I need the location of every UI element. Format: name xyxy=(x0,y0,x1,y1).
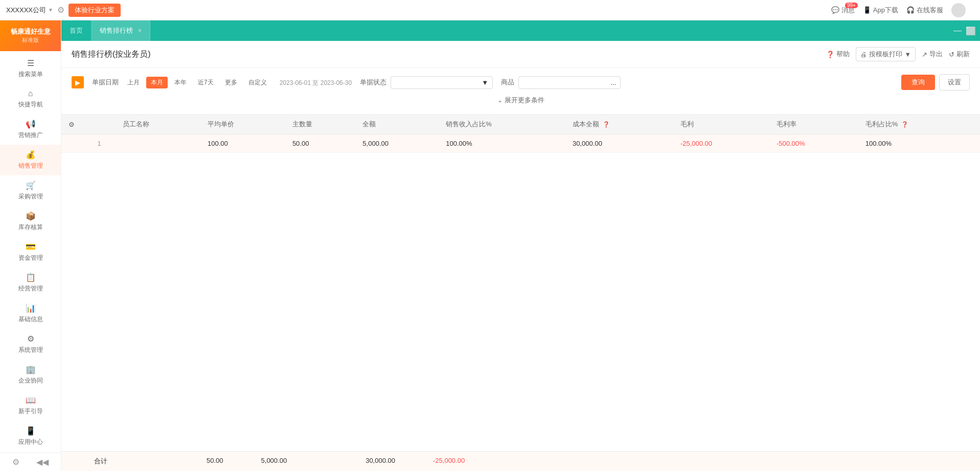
tab-close-icon[interactable]: × xyxy=(138,27,142,34)
filter-status: 单据状态 ▼ xyxy=(360,76,493,89)
settings-btn[interactable]: 设置 xyxy=(939,74,970,91)
table-footer: 合计 50.00 5,000.00 30,000.00 -25,000.00 xyxy=(61,451,980,471)
template-print-btn[interactable]: 🖨 按模板打印 ▼ xyxy=(856,47,916,61)
print-icon: 🖨 xyxy=(860,51,867,58)
enterprise-icon: 🏢 xyxy=(26,365,36,374)
status-chevron-icon: ▼ xyxy=(482,79,488,86)
company-selector[interactable]: XXXXXX公司 ▼ xyxy=(6,6,53,15)
col-quantity: 主数量 xyxy=(286,115,356,134)
sidebar-item-marketing[interactable]: 📢 营销推广 xyxy=(0,114,61,145)
tab-home-label: 首页 xyxy=(70,26,83,35)
filter-area: ▶ 单据日期 上月 本月 本年 近7天 更多 自定义 xyxy=(61,68,980,115)
cell-quantity: 50.00 xyxy=(286,134,356,153)
date-tab-custom[interactable]: 自定义 xyxy=(244,77,271,88)
page-content: 销售排行榜(按业务员) ❓ 帮助 🖨 按模板打印 ▼ ↗ 导出 xyxy=(61,41,980,471)
sidebar-menu: ☰ 搜索菜单 ⌂ 快捷导航 📢 营销推广 💰 销售管理 🛒 采购管理 📦 库 xyxy=(0,51,61,453)
col-cost: 成本全额 ❓ xyxy=(566,115,674,134)
date-range-text: 2023-06-01 至 2023-06-30 xyxy=(280,79,352,87)
sidebar-item-apps[interactable]: 📱 应用中心 xyxy=(0,421,61,452)
tab-minimize-icon[interactable]: — xyxy=(953,26,962,35)
col-rank xyxy=(82,115,117,134)
message-btn[interactable]: 💬 消息 99+ xyxy=(831,6,855,15)
refresh-icon: ↺ xyxy=(949,51,954,58)
status-select[interactable]: ▼ xyxy=(391,76,493,89)
tab-actions: — ⬜ xyxy=(953,26,980,36)
col-employee: 员工名称 xyxy=(117,115,201,134)
home-icon: ⌂ xyxy=(28,89,33,98)
col-amount: 全额 xyxy=(356,115,440,134)
app-download-btn[interactable]: 📱 App下载 xyxy=(863,6,898,15)
date-tab-this-year[interactable]: 本年 xyxy=(170,77,191,88)
avatar[interactable] xyxy=(951,3,966,17)
date-tab-prev-month[interactable]: 上月 xyxy=(123,77,144,88)
chevron-down-icon: ▼ xyxy=(48,7,53,13)
sidebar-item-marketing-label: 营销推广 xyxy=(18,131,43,140)
arrow-right-icon: ▶ xyxy=(75,79,80,86)
message-icon: 💬 xyxy=(831,6,839,14)
filter-toggle-btn[interactable]: ▶ xyxy=(72,76,84,88)
sidebar-settings-icon[interactable]: ⚙ xyxy=(12,457,19,467)
sidebar-item-search-order[interactable]: ☰ 搜索菜单 xyxy=(0,53,61,84)
col-settings[interactable]: ⚙ xyxy=(61,115,82,134)
table-settings-icon[interactable]: ⚙ xyxy=(69,121,75,128)
sidebar-item-purchase-label: 采购管理 xyxy=(18,192,43,201)
expand-more-row[interactable]: ⌄ 展开更多条件 xyxy=(72,93,970,108)
apps-icon: 📱 xyxy=(26,426,36,436)
sidebar-item-purchase[interactable]: 🛒 采购管理 xyxy=(0,175,61,206)
sidebar-item-basic-info[interactable]: 📊 基础信息 xyxy=(0,298,61,329)
sidebar-item-inventory[interactable]: 📦 库存核算 xyxy=(0,206,61,237)
expand-more-label: 展开更多条件 xyxy=(505,96,544,105)
sidebar-item-guide[interactable]: 📖 新手引导 xyxy=(0,390,61,421)
page-title: 销售排行榜(按业务员) xyxy=(72,49,151,60)
table-header-row: ⚙ 员工名称 平均单价 主数量 全额 销售收入占比% 成本全额 ❓ xyxy=(61,115,980,134)
footer-quantity: 50.00 xyxy=(200,457,230,466)
help-icon: ❓ xyxy=(826,51,834,58)
profit-pct-help-icon[interactable]: ❓ xyxy=(901,121,908,127)
top-right-actions: 💬 消息 99+ 📱 App下载 🎧 在线客服 xyxy=(831,3,974,17)
sidebar-item-enterprise-label: 企业协同 xyxy=(18,376,43,385)
refresh-btn[interactable]: ↺ 刷新 xyxy=(949,50,970,59)
purchase-icon: 🛒 xyxy=(26,181,36,190)
settings-icon[interactable]: ⚙ xyxy=(57,5,64,15)
sidebar-item-operations[interactable]: 📋 经营管理 xyxy=(0,267,61,298)
date-tab-more[interactable]: 更多 xyxy=(220,77,242,88)
trial-btn[interactable]: 体验行业方案 xyxy=(69,4,121,17)
cell-settings xyxy=(61,134,82,153)
date-tab-this-month[interactable]: 本月 xyxy=(146,77,168,88)
message-badge: 99+ xyxy=(845,3,858,8)
col-profit-pct: 毛利占比% ❓ xyxy=(859,115,980,134)
sidebar-item-enterprise[interactable]: 🏢 企业协同 xyxy=(0,360,61,390)
main-layout: 畅康通好生意 标准版 ☰ 搜索菜单 ⌂ 快捷导航 📢 营销推广 💰 销售管理 🛒 xyxy=(0,20,980,471)
basic-info-icon: 📊 xyxy=(26,303,36,313)
date-label: 单据日期 xyxy=(92,78,119,87)
query-actions: 查询 设置 xyxy=(901,74,970,91)
sidebar: 畅康通好生意 标准版 ☰ 搜索菜单 ⌂ 快捷导航 📢 营销推广 💰 销售管理 🛒 xyxy=(0,20,61,471)
date-tabs: 上月 本月 本年 近7天 更多 自定义 xyxy=(123,77,271,88)
date-tab-7days[interactable]: 近7天 xyxy=(193,77,218,88)
help-btn[interactable]: ❓ 帮助 xyxy=(826,50,850,59)
export-btn[interactable]: ↗ 导出 xyxy=(922,50,943,59)
inventory-icon: 📦 xyxy=(26,211,36,221)
goods-select[interactable]: ... xyxy=(518,76,621,89)
tab-maximize-icon[interactable]: ⬜ xyxy=(966,26,976,36)
logo-area: 畅康通好生意 标准版 xyxy=(0,20,61,51)
page-header: 销售排行榜(按业务员) ❓ 帮助 🖨 按模板打印 ▼ ↗ 导出 xyxy=(61,41,980,68)
sidebar-collapse-icon[interactable]: ◀◀ xyxy=(36,457,49,467)
cost-help-icon[interactable]: ❓ xyxy=(603,121,610,127)
col-profit-rate: 毛利率 xyxy=(770,115,859,134)
query-btn[interactable]: 查询 xyxy=(901,75,935,90)
sidebar-item-system[interactable]: ⚙ 系统管理 xyxy=(0,329,61,360)
finance-icon: 💳 xyxy=(26,242,36,252)
sidebar-item-finance[interactable]: 💳 资金管理 xyxy=(0,237,61,267)
headset-icon: 🎧 xyxy=(906,6,915,14)
page-header-actions: ❓ 帮助 🖨 按模板打印 ▼ ↗ 导出 ↺ 刷新 xyxy=(826,47,970,61)
online-service-btn[interactable]: 🎧 在线客服 xyxy=(906,6,943,15)
sidebar-item-sales[interactable]: 💰 销售管理 xyxy=(0,145,61,175)
cell-avg-price: 100.00 xyxy=(201,134,286,153)
tab-sales-ranking[interactable]: 销售排行榜 × xyxy=(92,20,150,41)
sidebar-item-finance-label: 资金管理 xyxy=(18,254,43,262)
table-container: ⚙ 员工名称 平均单价 主数量 全额 销售收入占比% 成本全额 ❓ xyxy=(61,115,980,451)
table-body: 1 100.00 50.00 5,000.00 100.00% 30,000.0… xyxy=(61,134,980,153)
sidebar-item-quick-nav[interactable]: ⌂ 快捷导航 xyxy=(0,84,61,114)
tab-home[interactable]: 首页 xyxy=(61,20,92,41)
